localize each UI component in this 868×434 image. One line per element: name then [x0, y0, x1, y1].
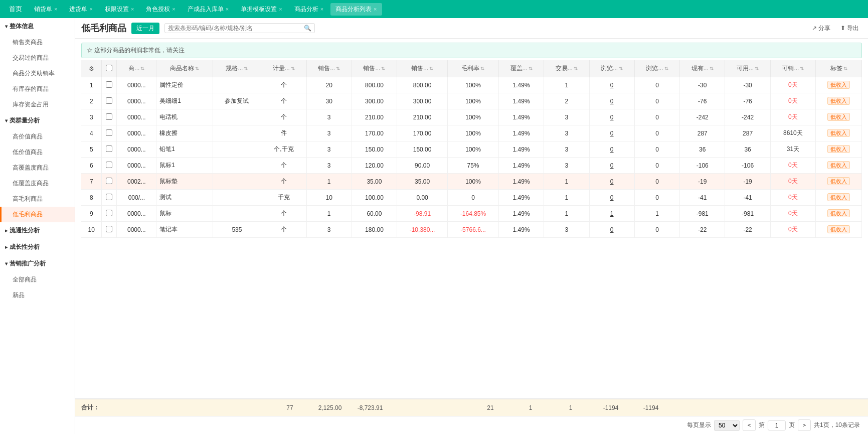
row-gross-rate: 100%: [448, 141, 499, 158]
row-available: -19: [725, 174, 770, 190]
row-sales-price: 60.00: [352, 206, 397, 222]
col-settings[interactable]: ⚙: [81, 60, 102, 77]
col-gross-rate[interactable]: 毛利率⇅: [448, 60, 499, 77]
close-icon[interactable]: ×: [172, 6, 175, 12]
row-views2: 1: [634, 206, 679, 222]
close-icon[interactable]: ×: [279, 6, 282, 12]
row-sales-qty: 3: [306, 109, 352, 125]
summary-row: 合计： 77 2,125.00 -8,723.91 21 1 1 -1194 -…: [75, 398, 868, 416]
close-icon[interactable]: ×: [320, 6, 323, 12]
row-checkbox[interactable]: [102, 93, 117, 109]
next-page-button[interactable]: ＞: [798, 419, 811, 431]
close-icon[interactable]: ×: [226, 6, 229, 12]
close-icon[interactable]: ×: [54, 6, 57, 12]
row-views1[interactable]: 0: [589, 222, 634, 238]
col-name[interactable]: 商品名称⇅: [156, 60, 213, 77]
col-code[interactable]: 商...⇅: [117, 60, 156, 77]
row-num: 9: [81, 206, 102, 222]
nav-sales-order[interactable]: 销货单×: [29, 3, 62, 16]
export-button[interactable]: ⬆ 导出: [837, 23, 862, 34]
row-current-stock: -106: [680, 158, 725, 174]
col-sales-profit[interactable]: 销售...⇅: [397, 60, 448, 77]
close-icon[interactable]: ×: [374, 6, 377, 12]
row-coverage: 1.49%: [498, 158, 544, 174]
row-checkbox[interactable]: [102, 141, 117, 158]
row-views1[interactable]: 0: [589, 77, 634, 93]
nav-product-entry[interactable]: 产成品入库单×: [183, 3, 234, 16]
col-sellable[interactable]: 可销...⇅: [770, 60, 815, 77]
col-views2[interactable]: 浏览...⇅: [634, 60, 679, 77]
sidebar-group-liquidity[interactable]: ▸ 流通性分析: [0, 222, 75, 239]
row-checkbox[interactable]: [102, 109, 117, 125]
row-views1[interactable]: 0: [589, 125, 634, 141]
nav-purchase-order[interactable]: 进货单×: [64, 3, 97, 16]
sidebar-item-low-value[interactable]: 低价值商品: [0, 144, 75, 160]
row-views1[interactable]: 0: [589, 190, 634, 206]
col-sales-qty[interactable]: 销售...⇅: [306, 60, 352, 77]
row-checkbox[interactable]: [102, 206, 117, 222]
sidebar-item-new-goods[interactable]: 新品: [0, 287, 75, 303]
share-button[interactable]: ↗ 分享: [809, 23, 833, 34]
col-views1[interactable]: 浏览...⇅: [589, 60, 634, 77]
nav-template-setting[interactable]: 单据模板设置×: [236, 3, 287, 16]
summary-spacer2: [149, 404, 190, 411]
row-checkbox[interactable]: [102, 125, 117, 141]
col-sales-price[interactable]: 销售...⇅: [352, 60, 397, 77]
nav-product-analysis-list[interactable]: 商品分析列表×: [330, 3, 382, 16]
col-coverage[interactable]: 覆盖...⇅: [498, 60, 544, 77]
col-available[interactable]: 可用...⇅: [725, 60, 770, 77]
sidebar-item-traded-goods[interactable]: 交易过的商品: [0, 50, 75, 66]
row-views2: 0: [634, 93, 679, 109]
sidebar-group-marketing[interactable]: ▾ 营销推广分析: [0, 255, 75, 272]
sidebar-item-low-coverage[interactable]: 低覆盖度商品: [0, 176, 75, 191]
col-trade[interactable]: 交易...⇅: [544, 60, 589, 77]
row-checkbox[interactable]: [102, 190, 117, 206]
col-tag[interactable]: 标签⇅: [816, 60, 862, 77]
sidebar-item-stock-capital[interactable]: 库存资金占用: [0, 97, 75, 112]
sidebar-item-low-profit[interactable]: 低毛利商品: [0, 207, 75, 222]
row-views1[interactable]: 0: [589, 174, 634, 190]
row-checkbox[interactable]: [102, 222, 117, 238]
close-icon[interactable]: ×: [131, 6, 134, 12]
sidebar-item-all-goods[interactable]: 全部商品: [0, 272, 75, 287]
row-views2: 0: [634, 174, 679, 190]
col-unit[interactable]: 计量...⇅: [261, 60, 306, 77]
row-checkbox[interactable]: [102, 77, 117, 93]
sidebar-item-high-value[interactable]: 高价值商品: [0, 129, 75, 144]
sidebar-item-high-profit[interactable]: 高毛利商品: [0, 191, 75, 207]
close-icon[interactable]: ×: [89, 6, 92, 12]
col-spec[interactable]: 规格...⇅: [213, 60, 261, 77]
nav-role-auth[interactable]: 角色授权×: [141, 3, 180, 16]
search-input[interactable]: [168, 25, 304, 32]
row-views1[interactable]: 0: [589, 158, 634, 174]
prev-page-button[interactable]: ＜: [743, 419, 756, 431]
sidebar-group-cluster[interactable]: ▾ 类群量分析: [0, 112, 75, 129]
top-navigation: 首页 销货单× 进货单× 权限设置× 角色授权× 产成品入库单× 单据模板设置×…: [0, 0, 868, 18]
row-sales-qty: 1: [306, 206, 352, 222]
row-unit: 件: [261, 125, 306, 141]
row-views1[interactable]: 0: [589, 93, 634, 109]
row-views1[interactable]: 1: [589, 206, 634, 222]
row-checkbox[interactable]: [102, 158, 117, 174]
row-name: 铅笔1: [156, 141, 213, 158]
sidebar-item-in-stock[interactable]: 有库存的商品: [0, 81, 75, 97]
date-filter-button[interactable]: 近一月: [131, 23, 159, 34]
sidebar-item-category-rate[interactable]: 商品分类助销率: [0, 66, 75, 81]
sidebar-group-overall[interactable]: ▾ 整体信息: [0, 18, 75, 35]
nav-permission[interactable]: 权限设置×: [100, 3, 139, 16]
sidebar-group-growth[interactable]: ▸ 成长性分析: [0, 239, 75, 255]
row-sales-qty: 3: [306, 141, 352, 158]
nav-home[interactable]: 首页: [4, 3, 27, 16]
search-icon[interactable]: 🔍: [304, 25, 311, 32]
row-views1[interactable]: 0: [589, 141, 634, 158]
page-number-input[interactable]: [768, 420, 786, 430]
nav-product-analysis[interactable]: 商品分析×: [289, 3, 328, 16]
sidebar-item-high-coverage[interactable]: 高覆盖度商品: [0, 160, 75, 176]
row-checkbox[interactable]: [102, 174, 117, 190]
row-views1[interactable]: 0: [589, 109, 634, 125]
page-size-select[interactable]: 50 100 200: [714, 420, 740, 431]
select-all-checkbox[interactable]: [106, 65, 112, 71]
col-current-stock[interactable]: 现有...⇅: [680, 60, 725, 77]
row-name: 鼠标垫: [156, 174, 213, 190]
sidebar-item-sales-goods[interactable]: 销售类商品: [0, 35, 75, 50]
